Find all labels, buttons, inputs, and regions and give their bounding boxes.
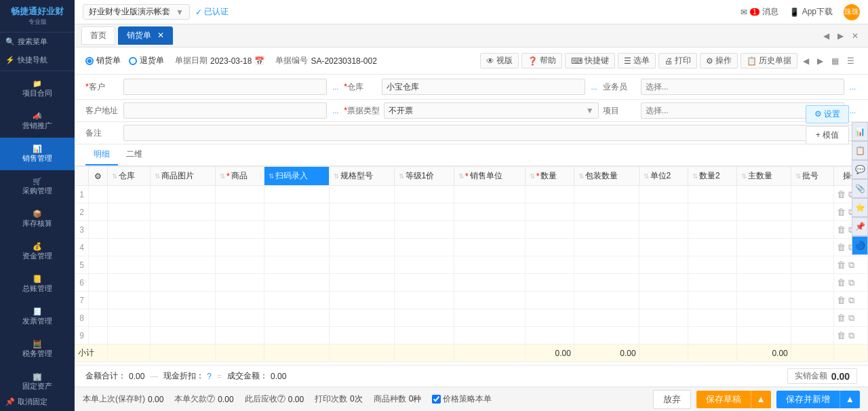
cell-sales_unit[interactable] [454,327,526,345]
cell-product[interactable] [215,239,264,256]
cell-barcode_entry[interactable] [264,239,330,256]
row-settings[interactable] [89,292,108,309]
cell-sales_unit[interactable] [454,239,526,256]
copy-row-icon[interactable]: ⧉ [848,330,854,341]
cell-quantity[interactable] [525,309,574,327]
address-more-btn[interactable]: ... [331,106,340,115]
col-sort-icon[interactable]: ⇅ [155,172,160,180]
cell-product[interactable] [215,292,264,309]
cell-warehouse[interactable] [108,239,151,256]
save-draft-arrow-button[interactable]: ▲ [751,391,771,408]
address-input[interactable] [123,102,327,119]
cell-pack_qty[interactable] [574,292,639,309]
sidebar-item-quick[interactable]: ⚡ 快捷导航 [0,51,75,69]
warehouse-more-btn[interactable]: ... [589,83,598,91]
delete-row-icon[interactable]: 🗑 [837,260,846,270]
calendar-icon[interactable]: 📅 [254,56,264,66]
tab-2d[interactable]: 二维 [118,144,151,165]
radio-return[interactable]: 退货单 [129,55,164,66]
cell-unit2[interactable] [639,327,688,345]
delete-row-icon[interactable]: 🗑 [837,242,846,252]
sidebar-item-search[interactable]: 🔍 搜索菜单 [0,33,75,51]
col-sort-icon[interactable]: ⇅ [644,172,649,180]
help-btn[interactable]: ❓帮助 [521,53,562,68]
cell-warehouse[interactable] [108,274,151,292]
salesperson-input[interactable] [641,79,844,95]
cell-qty2[interactable] [688,309,736,327]
cell-product[interactable] [215,221,264,239]
cell-sales_unit[interactable] [454,203,526,221]
right-tool-1[interactable]: 📊 [852,122,868,141]
cell-product_img[interactable] [151,309,216,327]
cell-unit2[interactable] [639,274,688,292]
row-settings[interactable] [89,309,108,327]
cell-spec[interactable] [329,203,394,221]
cell-unit2[interactable] [639,221,688,239]
col-sort-icon[interactable]: ⇅ [741,172,747,180]
project-more-btn[interactable]: ... [848,106,857,115]
delete-row-icon[interactable]: 🗑 [837,330,846,340]
sidebar-item-finance[interactable]: 💰 资金管理 [0,235,75,268]
radio-sales[interactable]: 销货单 [85,55,121,66]
cell-barcode_entry[interactable] [264,256,330,274]
cell-unit2[interactable] [639,203,688,221]
cell-barcode_entry[interactable] [264,309,330,327]
cell-product_img[interactable] [151,203,216,221]
cell-main_qty[interactable] [737,256,791,274]
sidebar-item-project[interactable]: 📁 项目合同 [0,73,75,105]
cell-barcode_entry[interactable] [264,327,330,345]
sidebar-item-ledger[interactable]: 📒 总账管理 [0,268,75,300]
cell-pack_qty[interactable] [574,203,639,221]
cell-sales_unit[interactable] [454,221,526,239]
copy-row-icon[interactable]: ⧉ [848,260,854,271]
cell-product_img[interactable] [151,274,216,292]
sidebar-item-marketing[interactable]: 📣 营销推广 [0,105,75,138]
nav-next-icon[interactable]: ▶ [814,55,826,67]
row-settings[interactable] [89,327,108,345]
cell-main_qty[interactable] [737,292,791,309]
print-btn[interactable]: 🖨打印 [658,53,697,68]
copy-row-icon[interactable]: ⧉ [848,313,854,324]
delete-row-icon[interactable]: 🗑 [837,224,846,235]
row-settings[interactable] [89,221,108,239]
nav-prev-icon[interactable]: ◀ [800,55,812,67]
tab-prev-icon[interactable]: ◀ [821,30,832,42]
save-draft-button[interactable]: 保存草稿 [696,391,751,408]
cell-unit2[interactable] [639,292,688,309]
col-sort-icon[interactable]: ⇅ [578,172,584,180]
cell-spec[interactable] [329,274,394,292]
cell-quantity[interactable] [525,327,574,345]
col-settings[interactable]: ⚙ [89,167,108,186]
cell-main_qty[interactable] [737,309,791,327]
cell-quantity[interactable] [525,274,574,292]
delete-row-icon[interactable]: 🗑 [837,313,846,323]
cell-product_img[interactable] [151,186,216,203]
cell-pack_qty[interactable] [574,274,639,292]
cell-warehouse[interactable] [108,256,151,274]
col-sort-icon[interactable]: ⇅ [334,172,339,180]
cell-quantity[interactable] [525,203,574,221]
history-btn[interactable]: 📋历史单据 [741,53,797,68]
cell-main_qty[interactable] [737,203,791,221]
view-btn[interactable]: 👁视版 [480,53,519,68]
salesperson-more-btn[interactable]: ... [848,83,857,91]
sidebar-item-inventory[interactable]: 📦 库存核算 [0,203,75,235]
invoice-select[interactable]: 不开票 ▼ [384,102,599,119]
save-new-button[interactable]: 保存并新增 [776,391,840,408]
cell-product[interactable] [215,186,264,203]
cell-product[interactable] [215,256,264,274]
right-tool-2[interactable]: 📋 [852,141,868,160]
message-button[interactable]: ✉ 1 消息 [741,6,778,18]
cell-main_qty[interactable] [737,239,791,256]
company-select[interactable]: 好业财专业版演示帐套 ▼ [83,4,190,20]
copy-row-icon[interactable]: ⧉ [848,277,854,288]
user-menu[interactable]: 珠珠 [844,4,860,20]
cell-main_qty[interactable] [737,274,791,292]
cell-quantity[interactable] [525,256,574,274]
cell-product_img[interactable] [151,221,216,239]
delete-row-icon[interactable]: 🗑 [837,207,846,217]
shortcut-btn[interactable]: ⌨快捷键 [565,53,615,68]
right-tool-3[interactable]: 💬 [852,160,868,179]
cell-warehouse[interactable] [108,221,151,239]
cell-batch[interactable] [791,256,833,274]
